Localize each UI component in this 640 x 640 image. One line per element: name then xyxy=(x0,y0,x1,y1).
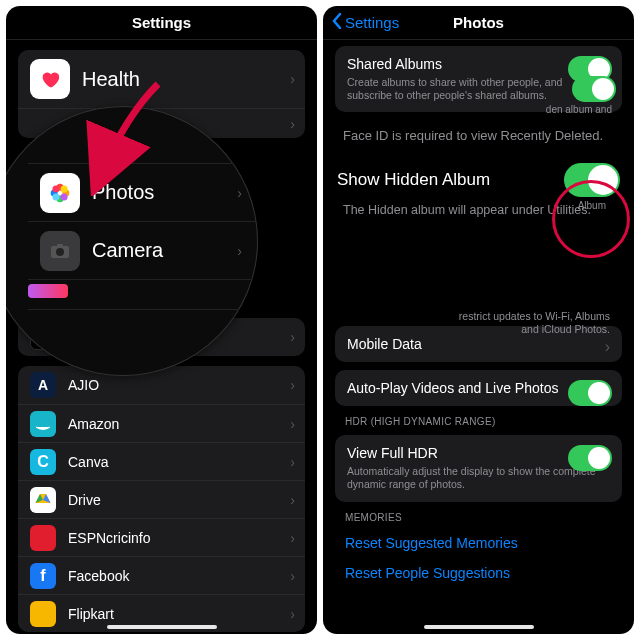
back-label: Settings xyxy=(345,14,399,31)
chevron-right-icon: › xyxy=(237,243,242,259)
hidden-tail-text: Album xyxy=(578,200,606,211)
faceid-text: Face ID is required to view Recently Del… xyxy=(343,128,614,145)
reset-people-suggestions[interactable]: Reset People Suggestions xyxy=(323,561,634,591)
svg-point-7 xyxy=(61,185,68,192)
app-label: Amazon xyxy=(68,416,119,432)
chevron-right-icon: › xyxy=(290,606,295,622)
camera-label: Camera xyxy=(92,239,163,262)
reset-suggested-memories[interactable]: Reset Suggested Memories xyxy=(323,525,634,561)
show-hidden-toggle[interactable] xyxy=(564,163,620,197)
canva-icon: C xyxy=(30,449,56,475)
row-app-drive[interactable]: Drive › xyxy=(18,480,305,518)
svg-point-8 xyxy=(61,193,68,200)
app-label: Canva xyxy=(68,454,108,470)
row-photos[interactable]: Photos › xyxy=(28,164,258,222)
right-navbar: Settings Photos xyxy=(323,6,634,40)
faceid-toggle[interactable] xyxy=(572,76,616,102)
row-camera[interactable]: Camera › xyxy=(28,222,258,280)
app-label: Flipkart xyxy=(68,606,114,622)
app-label: Drive xyxy=(68,492,101,508)
photos-label: Photos xyxy=(92,181,154,204)
right-screenshot: Settings Photos Shared Albums Create alb… xyxy=(323,6,634,634)
faceid-tail-text: den album and xyxy=(546,104,612,115)
chevron-right-icon: › xyxy=(290,568,295,584)
hdr-sub: Automatically adjust the display to show… xyxy=(347,465,610,491)
photos-icon xyxy=(40,173,80,213)
svg-point-10 xyxy=(52,185,59,192)
left-title: Settings xyxy=(132,14,191,31)
chevron-left-icon xyxy=(331,13,343,32)
autoplay-toggle[interactable] xyxy=(568,380,612,406)
health-label: Health xyxy=(82,68,140,91)
chevron-right-icon: › xyxy=(237,185,242,201)
left-navbar: Settings xyxy=(6,6,317,40)
left-screenshot: Settings Health › › xyxy=(6,6,317,634)
chevron-right-icon: › xyxy=(290,329,295,345)
hdr-toggle[interactable] xyxy=(568,445,612,471)
row-app-canva[interactable]: C Canva › xyxy=(18,442,305,480)
row-health[interactable]: Health › xyxy=(18,50,305,108)
drive-icon xyxy=(30,487,56,513)
chevron-right-icon: › xyxy=(290,116,295,132)
chevron-right-icon: › xyxy=(290,454,295,470)
ajio-icon: A xyxy=(30,372,56,398)
app-label: ESPNcricinfo xyxy=(68,530,150,546)
chevron-right-icon: › xyxy=(290,416,295,432)
hidden-sub: The Hidden album will appear under Utili… xyxy=(343,203,614,217)
app-label: AJIO xyxy=(68,377,99,393)
facebook-icon: f xyxy=(30,563,56,589)
chevron-right-icon: › xyxy=(290,492,295,508)
chevron-right-icon: › xyxy=(605,338,610,356)
amazon-icon xyxy=(30,411,56,437)
row-app-ajio[interactable]: A AJIO › xyxy=(18,366,305,404)
hdr-header: HDR (HIGH DYNAMIC RANGE) xyxy=(345,416,612,427)
health-icon xyxy=(30,59,70,99)
show-hidden-label: Show Hidden Album xyxy=(337,170,490,190)
back-button[interactable]: Settings xyxy=(331,13,399,32)
svg-rect-13 xyxy=(57,244,63,247)
chevron-right-icon: › xyxy=(290,71,295,87)
row-app-espn[interactable]: ESPNcricinfo › xyxy=(18,518,305,556)
cellular-sub: restrict updates to Wi-Fi, Albums and iC… xyxy=(440,310,610,336)
svg-point-12 xyxy=(56,248,64,256)
espn-icon xyxy=(30,525,56,551)
chevron-right-icon: › xyxy=(290,530,295,546)
app-label: Facebook xyxy=(68,568,129,584)
card-autoplay: Auto-Play Videos and Live Photos xyxy=(335,370,622,406)
card-hdr: View Full HDR Automatically adjust the d… xyxy=(335,435,622,501)
shared-albums-sub: Create albums to share with other people… xyxy=(347,76,610,102)
cellular-label: Mobile Data xyxy=(347,336,610,352)
flipkart-icon xyxy=(30,601,56,627)
home-indicator[interactable] xyxy=(424,625,534,629)
home-indicator[interactable] xyxy=(107,625,217,629)
chevron-right-icon: › xyxy=(290,377,295,393)
memories-header: MEMORIES xyxy=(345,512,612,523)
right-title: Photos xyxy=(453,14,504,31)
row-app-amazon[interactable]: Amazon › xyxy=(18,404,305,442)
camera-icon xyxy=(40,231,80,271)
card-cellular[interactable]: Mobile Data › restrict updates to Wi-Fi,… xyxy=(335,326,622,362)
svg-point-9 xyxy=(52,193,59,200)
row-app-facebook[interactable]: f Facebook › xyxy=(18,556,305,594)
